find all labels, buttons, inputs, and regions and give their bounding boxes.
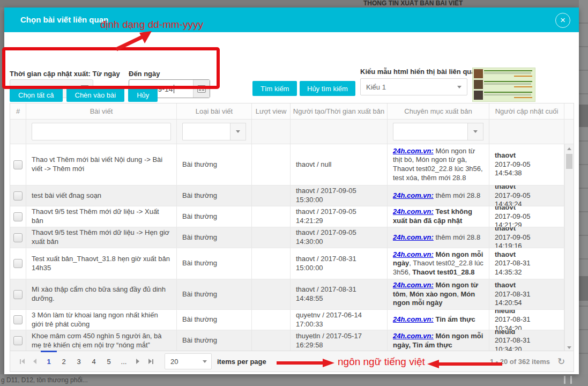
scrollbar-thumb[interactable] — [566, 154, 572, 169]
category-link[interactable]: 24h.com.vn: — [393, 332, 434, 340]
page-button-2[interactable]: 2 — [57, 354, 71, 368]
table-row: Thaovt 9/5 test Thêm mới dữ liệu -> Xuất… — [10, 206, 564, 227]
views-cell — [252, 310, 291, 330]
updated-time: 2017-08-31 14:20:54 — [495, 290, 559, 308]
dropdown-field — [393, 123, 467, 140]
views-cell — [252, 248, 291, 279]
creator-time: thaovt / 2017-08-31 15:00:00 — [291, 248, 388, 279]
article-type: Bài thường — [177, 185, 252, 206]
cancel-button[interactable]: Hủy — [128, 88, 158, 102]
row-checkbox[interactable] — [13, 315, 23, 324]
row-checkbox[interactable] — [13, 233, 23, 242]
insert-button[interactable]: Chèn vào bài — [66, 88, 125, 102]
page-button-5[interactable]: 5 — [102, 354, 116, 368]
table-row: Thaovt 9/5 test Thêm mới dữ liệu -> Hẹn … — [10, 227, 564, 248]
updated-time: 2017-08-31 10:34:20 — [495, 336, 559, 351]
column-header: Chuyên mục xuất bản — [388, 103, 489, 119]
row-checkbox[interactable] — [13, 160, 23, 169]
category-link[interactable]: 24h.com.vn: — [393, 250, 434, 258]
column-header: Lượt view — [252, 103, 291, 119]
checkbox-cell — [10, 206, 26, 227]
updated-time: 2017-08-31 10:34:20 — [495, 315, 559, 330]
page-size-dropdown[interactable]: 20 — [165, 353, 212, 369]
category-link[interactable]: 24h.com.vn: — [393, 147, 434, 155]
column-header: Người tạo/Thời gian xuất bản — [291, 103, 388, 119]
page-ellipsis[interactable]: ... — [117, 354, 131, 368]
category-cell: 24h.com.vn: Món ngon mỗi ngày, Thaovt te… — [388, 248, 489, 279]
filter-cell — [26, 120, 177, 144]
cancel-search-button[interactable]: Hủy tìm kiếm — [300, 81, 355, 96]
chevron-down-icon — [236, 130, 240, 133]
preview-row — [473, 90, 534, 100]
creator-time: thaovt / 2017-09-05 15:30:00 — [291, 185, 388, 206]
updated-time: 2017-09-05 14:21:29 — [495, 212, 559, 227]
table-row: Mì xào thập cẩm cho bữa sáng đầy đủ dinh… — [10, 279, 564, 310]
annotation-arrow-right — [277, 358, 334, 368]
views-cell — [252, 144, 291, 185]
table-row: 3 Món làm từ khoai lang ngon nhất khiến … — [10, 310, 564, 330]
close-icon[interactable]: × — [555, 13, 570, 28]
column-header: Người cập nhật cuối — [489, 103, 564, 119]
template-dropdown[interactable]: Kiểu 1 — [360, 78, 467, 95]
creator-time: thaovt / null — [291, 144, 388, 185]
dropdown-arrow-button[interactable] — [230, 123, 246, 140]
category-name: Thaovt test01_28.8 — [412, 268, 474, 276]
creator-time: quyetnv / 2017-06-14 17:00:33 — [291, 310, 388, 330]
select-all-button[interactable]: Chọn tất cả — [10, 88, 63, 102]
category-link[interactable]: 24h.com.vn: — [393, 191, 434, 199]
type-filter-dropdown[interactable] — [182, 123, 246, 140]
page-button-4[interactable]: 4 — [87, 354, 101, 368]
filter-cell — [252, 120, 291, 144]
article-type: Bài thường — [177, 248, 252, 279]
category-link[interactable]: 24h.com.vn: — [393, 233, 434, 241]
scroll-up-icon[interactable] — [565, 144, 574, 153]
last-updater-cell: thaovt2017-08-31 14:35:32 — [489, 248, 564, 279]
background-bottom-strip: g D11, D12, tồn thương phổi... — [0, 374, 588, 386]
filter-cell — [489, 120, 564, 144]
last-page-button[interactable] — [144, 354, 157, 368]
row-checkbox[interactable] — [13, 191, 23, 201]
category-link[interactable]: 24h.com.vn: — [393, 281, 434, 289]
category-cell: 24h.com.vn: Món ngon từ thịt bò, Món ngo… — [388, 144, 489, 185]
first-page-icon — [21, 359, 25, 364]
last-updater-cell: hieuld2017-08-31 10:34:20 — [489, 330, 564, 351]
updater-name: hieuld — [495, 310, 559, 315]
views-cell — [252, 206, 291, 227]
category-name: Món xào ngon — [410, 290, 457, 298]
category-cell: 24h.com.vn: Test không xuất bản đã cập n… — [388, 206, 489, 227]
grid-rows: Thao vt Thêm mới bài viết Nội dung -> Bà… — [10, 144, 564, 352]
annotation-arrow-left — [427, 359, 502, 369]
first-page-button[interactable] — [16, 354, 28, 368]
category-cell: 24h.com.vn: Tin ẩm thực — [388, 310, 489, 330]
row-checkbox[interactable] — [13, 259, 23, 268]
article-filter-input[interactable] — [32, 123, 171, 140]
row-checkbox[interactable] — [13, 290, 23, 299]
dropdown-arrow-button[interactable] — [467, 123, 483, 140]
updater-name: thaovt — [495, 151, 559, 160]
search-button[interactable]: Tìm kiếm — [252, 81, 297, 96]
vertical-scrollbar[interactable] — [564, 144, 574, 352]
row-checkbox[interactable] — [13, 212, 23, 221]
updater-name: thaovt — [495, 250, 559, 259]
page-button-3[interactable]: 3 — [72, 354, 86, 368]
article-type: Bài thường — [177, 227, 252, 248]
category-cell: 24h.com.vn: Món ngon mỗi ngày, Tin ẩm th… — [388, 330, 489, 351]
last-page-icon — [148, 359, 152, 364]
category-link[interactable]: 24h.com.vn: — [393, 315, 434, 323]
category-filter-dropdown[interactable] — [393, 123, 483, 140]
article-type: Bài thường — [177, 144, 252, 185]
category-link[interactable]: 24h.com.vn: — [393, 207, 434, 216]
table-row: Test xuất bản_Thaovt_31.8 hẹn giờ xuất b… — [10, 248, 564, 279]
previous-page-button[interactable] — [28, 354, 41, 368]
template-dropdown-value: Kiểu 1 — [361, 83, 457, 91]
dialog-header: Chọn bài viết liên quan × — [4, 8, 579, 32]
last-updater-cell: thaovt2017-09-05 14:54:38 — [489, 144, 564, 185]
category-cell: 24h.com.vn: thêm mới 28.8 — [388, 185, 489, 206]
refresh-icon[interactable]: ↻ — [554, 354, 568, 368]
next-page-button[interactable] — [131, 354, 144, 368]
row-checkbox[interactable] — [13, 336, 23, 345]
filter-cell — [291, 120, 388, 144]
page-button-1[interactable]: 1 — [42, 354, 56, 368]
updated-time: 2017-09-05 14:43:24 — [495, 191, 559, 206]
category-name: Tin ẩm thực — [435, 315, 475, 323]
